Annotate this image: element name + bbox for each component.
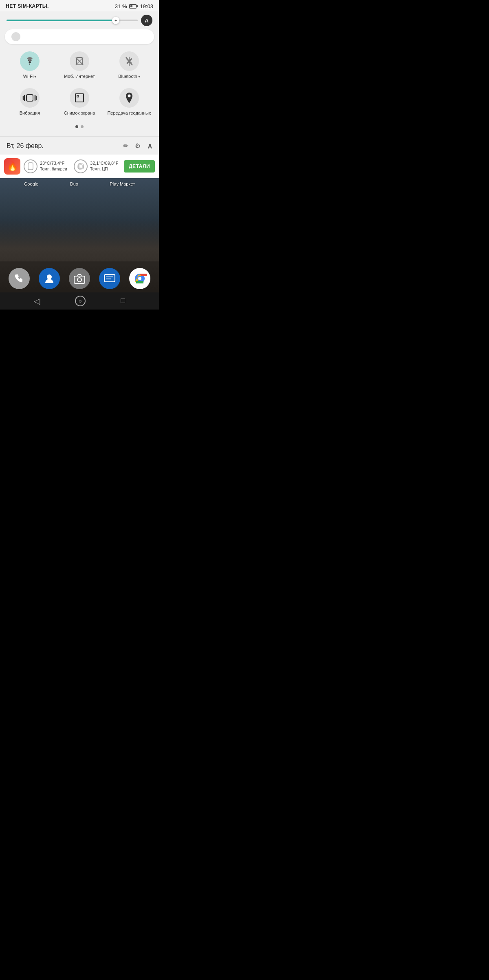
mobile-data-label: Моб. Интернет — [64, 73, 95, 79]
screenshot-icon — [74, 92, 85, 104]
app-banner: 🔥 23°C/73,4°F Темп. батареи — [0, 155, 159, 178]
chrome-app-icon[interactable] — [129, 268, 150, 289]
bluetooth-icon-wrap — [119, 51, 139, 71]
battery-temp-icon — [27, 162, 34, 171]
camera-app-icon[interactable] — [69, 268, 90, 289]
toggle-wifi[interactable]: Wi-Fi ▾ — [5, 48, 55, 83]
dot-1 — [75, 125, 78, 128]
brightness-slider[interactable]: ✦ — [7, 20, 138, 21]
cpu-temp-label: Темп. ЦП — [90, 166, 118, 172]
wifi-label-row: Wi-Fi ▾ — [23, 73, 37, 79]
search-circle-icon — [11, 32, 20, 41]
collapse-icon[interactable]: ∧ — [147, 142, 152, 150]
bluetooth-label-row: Bluetooth ▾ — [118, 73, 140, 79]
svg-point-16 — [128, 95, 131, 97]
bluetooth-label: Bluetooth — [118, 73, 137, 79]
phone-app-icon[interactable] — [9, 268, 30, 289]
mobile-data-icon-wrap — [70, 51, 89, 71]
date-row: Вт, 26 февр. ✏ ⚙ ∧ — [0, 136, 159, 155]
toggle-screenshot[interactable]: Снимок экрана — [55, 85, 104, 120]
phone-icon — [13, 273, 25, 284]
screenshot-icon-wrap — [70, 88, 89, 108]
svg-rect-20 — [79, 165, 82, 168]
svg-rect-36 — [104, 274, 115, 282]
svg-rect-9 — [26, 95, 33, 101]
screenshot-label: Снимок экрана — [64, 110, 95, 116]
flame-app-icon[interactable]: 🔥 — [4, 158, 20, 175]
back-button[interactable]: ◁ — [34, 296, 40, 306]
camera-icon — [73, 273, 86, 284]
battery-temp-stat: 23°C/73,4°F Темп. батареи — [24, 159, 70, 173]
geodata-label: Передача геоданных — [107, 110, 151, 116]
battery-temp-label: Темп. батареи — [40, 166, 67, 172]
battery-icon — [129, 4, 137, 9]
wallpaper: Google Duo Play Маркет — [0, 178, 159, 292]
chrome-icon — [132, 271, 147, 286]
geodata-icon-wrap — [119, 88, 139, 108]
nav-bar: ◁ ○ □ — [0, 292, 159, 310]
svg-rect-17 — [28, 163, 33, 170]
app-label-google: Google — [24, 181, 38, 186]
cpu-temp-icon — [77, 162, 85, 170]
dot-2 — [81, 125, 84, 128]
cpu-stat-circle — [74, 159, 88, 173]
svg-point-33 — [47, 274, 52, 279]
home-dock — [0, 261, 159, 292]
svg-rect-15 — [77, 95, 79, 97]
brightness-row[interactable]: ✦ A — [5, 15, 154, 26]
wifi-dropdown-icon: ▾ — [34, 74, 36, 79]
clock: 19:03 — [140, 3, 153, 9]
location-icon — [124, 92, 134, 104]
svg-rect-34 — [74, 276, 85, 283]
no-sim-icon — [74, 56, 85, 66]
svg-point-35 — [77, 278, 82, 282]
wifi-label: Wi-Fi — [23, 73, 34, 79]
details-button[interactable]: ДЕТАЛИ — [124, 160, 155, 173]
app-label-duo: Duo — [70, 181, 78, 186]
toggle-vibration[interactable]: Вибрация — [5, 85, 55, 120]
search-bar[interactable] — [5, 29, 154, 44]
app-label-play: Play Маркет — [110, 181, 135, 186]
messages-icon — [104, 273, 116, 284]
cpu-temp-text: 32,1°C/89,8°F Темп. ЦП — [90, 160, 118, 172]
toggle-grid-row2: Вибрация Снимок экрана Передача геоданны… — [5, 85, 154, 120]
battery-stat-circle — [24, 159, 37, 173]
cpu-temp-stat: 32,1°C/89,8°F Темп. ЦП — [74, 159, 121, 173]
contacts-icon — [43, 272, 55, 285]
svg-point-42 — [138, 277, 141, 280]
toggle-grid-row1: Wi-Fi ▾ Моб. Интернет — [5, 48, 154, 83]
recents-button[interactable]: □ — [121, 296, 125, 305]
brightness-thumb: ✦ — [112, 17, 119, 24]
toggle-geodata[interactable]: Передача геоданных — [104, 85, 154, 120]
edit-icon[interactable]: ✏ — [123, 142, 128, 150]
status-right: 31 % 19:03 — [115, 3, 153, 9]
app-labels-row: Google Duo Play Маркет — [0, 181, 159, 186]
date-icons: ✏ ⚙ ∧ — [123, 142, 152, 150]
wifi-icon — [24, 57, 35, 66]
date-text: Вт, 26 февр. — [7, 142, 44, 150]
home-button[interactable]: ○ — [75, 296, 86, 306]
quick-settings-panel: ✦ A Wi-Fi ▾ — [0, 11, 159, 136]
auto-label: A — [145, 18, 148, 24]
cpu-temp-value: 32,1°C/89,8°F — [90, 160, 118, 166]
toggle-bluetooth[interactable]: Bluetooth ▾ — [104, 48, 154, 83]
wifi-icon-wrap — [20, 51, 40, 71]
toggle-mobile-data[interactable]: Моб. Интернет — [55, 48, 104, 83]
no-sim-label: НЕТ SIM-КАРТЫ. — [6, 3, 49, 9]
brightness-sun-icon: ✦ — [114, 18, 117, 23]
battery-percentage: 31 % — [115, 3, 127, 9]
brightness-auto-btn[interactable]: A — [141, 15, 152, 26]
messages-app-icon[interactable] — [99, 268, 120, 289]
battery-temp-text: 23°C/73,4°F Темп. батареи — [40, 160, 67, 172]
battery-temp-value: 23°C/73,4°F — [40, 160, 67, 166]
bluetooth-dropdown-icon: ▾ — [138, 74, 140, 79]
vibration-icon-wrap — [20, 88, 40, 108]
settings-icon[interactable]: ⚙ — [135, 142, 141, 150]
search-bar-inner — [11, 32, 148, 41]
bluetooth-icon — [125, 56, 134, 66]
status-bar: НЕТ SIM-КАРТЫ. 31 % 19:03 — [0, 0, 159, 11]
contacts-app-icon[interactable] — [39, 268, 60, 289]
page-dots — [5, 124, 154, 131]
vibration-label: Вибрация — [20, 110, 40, 116]
vibration-icon — [22, 92, 37, 104]
